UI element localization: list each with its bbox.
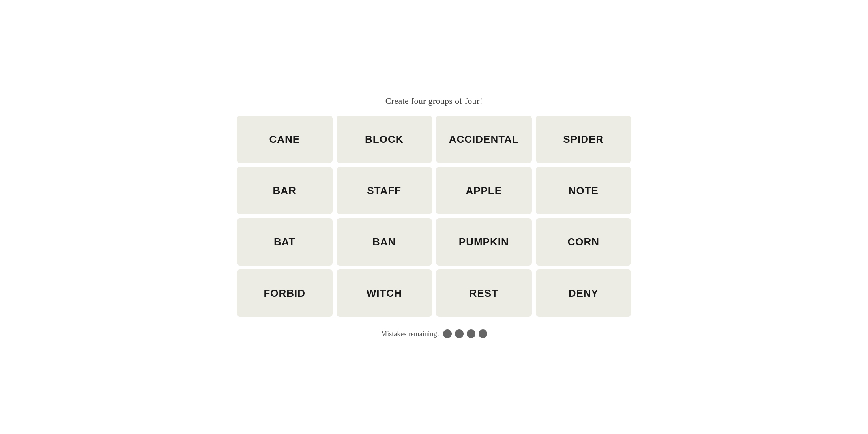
word-card-cane[interactable]: CANE bbox=[237, 116, 333, 163]
word-grid: CANEBLOCKACCIDENTALSPIDERBARSTAFFAPPLENO… bbox=[237, 116, 631, 317]
word-card-bat[interactable]: BAT bbox=[237, 218, 333, 266]
word-label-cane: CANE bbox=[269, 133, 300, 146]
word-card-note[interactable]: NOTE bbox=[536, 167, 632, 214]
word-label-apple: APPLE bbox=[466, 185, 502, 197]
word-card-deny[interactable]: DENY bbox=[536, 269, 632, 317]
word-label-spider: SPIDER bbox=[563, 133, 604, 146]
word-card-apple[interactable]: APPLE bbox=[436, 167, 532, 214]
word-card-rest[interactable]: REST bbox=[436, 269, 532, 317]
mistakes-label: Mistakes remaining: bbox=[381, 330, 439, 338]
word-card-forbid[interactable]: FORBID bbox=[237, 269, 333, 317]
word-card-corn[interactable]: CORN bbox=[536, 218, 632, 266]
word-card-staff[interactable]: STAFF bbox=[337, 167, 432, 214]
word-label-deny: DENY bbox=[569, 287, 599, 299]
word-card-witch[interactable]: WITCH bbox=[337, 269, 432, 317]
mistakes-row: Mistakes remaining: bbox=[381, 329, 487, 338]
word-label-corn: CORN bbox=[567, 236, 599, 248]
game-container: Create four groups of four! CANEBLOCKACC… bbox=[237, 96, 631, 338]
word-label-accidental: ACCIDENTAL bbox=[449, 133, 519, 146]
mistake-dot-3 bbox=[467, 329, 475, 338]
word-label-bat: BAT bbox=[274, 236, 296, 248]
word-label-forbid: FORBID bbox=[264, 287, 305, 299]
word-label-witch: WITCH bbox=[367, 287, 402, 299]
word-card-accidental[interactable]: ACCIDENTAL bbox=[436, 116, 532, 163]
word-label-block: BLOCK bbox=[365, 133, 403, 146]
subtitle: Create four groups of four! bbox=[385, 96, 483, 106]
word-label-staff: STAFF bbox=[367, 185, 401, 197]
word-card-pumpkin[interactable]: PUMPKIN bbox=[436, 218, 532, 266]
mistake-dot-4 bbox=[479, 329, 487, 338]
word-card-bar[interactable]: BAR bbox=[237, 167, 333, 214]
word-label-pumpkin: PUMPKIN bbox=[459, 236, 509, 248]
word-label-ban: BAN bbox=[372, 236, 396, 248]
mistake-dot-2 bbox=[455, 329, 464, 338]
word-card-ban[interactable]: BAN bbox=[337, 218, 432, 266]
word-label-bar: BAR bbox=[273, 185, 296, 197]
word-label-note: NOTE bbox=[569, 185, 599, 197]
mistake-dot-1 bbox=[443, 329, 452, 338]
word-label-rest: REST bbox=[470, 287, 498, 299]
mistakes-dots bbox=[443, 329, 487, 338]
word-card-block[interactable]: BLOCK bbox=[337, 116, 432, 163]
word-card-spider[interactable]: SPIDER bbox=[536, 116, 632, 163]
